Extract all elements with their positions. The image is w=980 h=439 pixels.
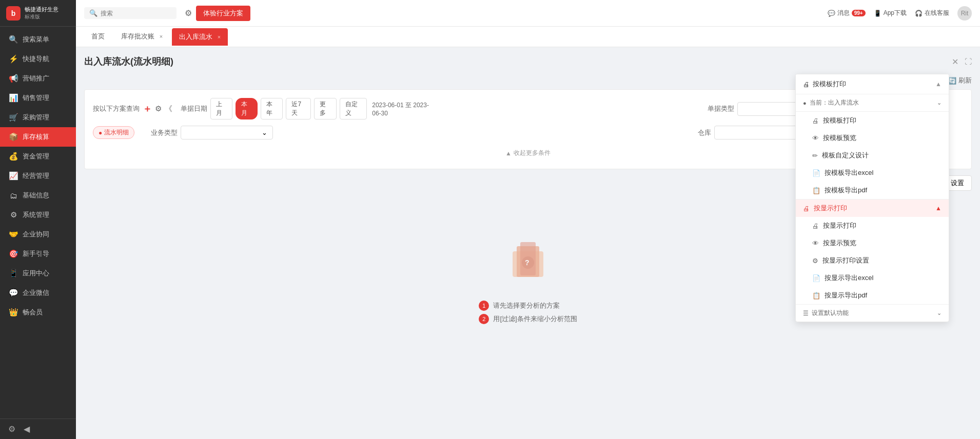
date-option-prev-month[interactable]: 上月 [210,98,232,119]
date-filter: 单据日期 上月 本月 本年 近7天 更多 自定义 2023-06-01 至 20… [181,98,436,119]
app-download-label: App下载 [884,9,907,17]
nav-label-operations: 经营管理 [23,171,49,181]
empty-step-2: 2 用[过滤]条件来缩小分析范围 [479,314,577,324]
date-option-this-month[interactable]: 本月 [236,98,258,119]
dropdown-template-pdf[interactable]: 📋 按模板导出pdf [796,182,949,199]
sidebar-item-search[interactable]: 🔍搜索菜单 [0,30,76,49]
sidebar-item-shortcut[interactable]: ⚡快捷导航 [0,49,76,69]
nav-icon-search: 🔍 [8,35,18,44]
empty-step-1-label: 请先选择要分析的方案 [493,301,560,310]
sidebar-item-operations[interactable]: 📈经营管理 [0,166,76,186]
sidebar-item-newbie[interactable]: 🎯新手引导 [0,244,76,264]
dropdown-display-excel[interactable]: 📄 按显示导出excel [796,269,949,287]
page-expand-icon[interactable]: ⛶ [965,57,972,66]
business-type-label: 业务类型 [151,128,178,137]
svg-text:?: ? [525,258,530,267]
notification-btn[interactable]: 💬 消息 99+ [828,9,866,17]
display-pdf-label: 按显示导出pdf [825,291,867,300]
tab-batch[interactable]: 库存批次账 × [114,28,170,46]
collapse-sidebar-icon[interactable]: ◀ [24,424,30,434]
app-download-btn[interactable]: 📱 App下载 [874,9,907,17]
dropdown-template-excel[interactable]: 📄 按模板导出excel [796,164,949,182]
filter-add-btn[interactable]: ＋ [143,103,152,115]
filter-collapse-icon[interactable]: 《 [165,104,172,114]
refresh-btn[interactable]: 🔄 刷新 [948,76,972,85]
sidebar-item-appstore[interactable]: 📱应用中心 [0,264,76,283]
tab-flow[interactable]: 出入库流水 × [172,28,228,46]
business-type-row: 业务类型 ⌄ [151,126,416,139]
nav-icon-newbie: 🎯 [8,249,18,258]
tab-batch-close[interactable]: × [160,33,163,39]
dropdown-display-preview[interactable]: 👁 按显示预览 [796,234,949,252]
nav-label-finance: 资金管理 [23,152,49,161]
dropdown-display-pdf[interactable]: 📋 按显示导出pdf [796,287,949,304]
nav-icon-purchase: 🛒 [8,113,18,122]
collapse-label: 收起更多条件 [514,149,551,157]
date-option-more[interactable]: 更多 [314,98,336,119]
dropdown-set-default[interactable]: ☰ 设置默认功能 ⌄ [796,305,949,322]
sidebar-item-vip[interactable]: 👑畅会员 [0,303,76,322]
page-close-icon[interactable]: ✕ [952,57,958,67]
dropdown-display-print[interactable]: 🖨 按显示打印 [796,217,949,234]
template-pdf-label: 按模板导出pdf [825,186,867,195]
nav-icon-enterprise: 🤝 [8,230,18,239]
current-chevron: ⌄ [937,99,942,106]
notification-badge: 99+ [852,10,866,16]
dropdown-display-print-settings[interactable]: ⚙ 按显示打印设置 [796,252,949,269]
sidebar-item-inventory[interactable]: 📦库存核算 [0,127,76,147]
tab-home-label: 首页 [91,32,105,40]
nav-label-system: 系统管理 [23,210,49,220]
sidebar-item-finance[interactable]: 💰资金管理 [0,147,76,166]
gear-icon[interactable]: ⚙ [185,8,192,18]
display-print-label: 按显示打印 [823,221,856,230]
topbar-search[interactable]: 🔍 [84,7,177,19]
industry-btn[interactable]: 体验行业方案 [196,6,250,21]
nav-icon-vip: 👑 [8,308,18,317]
business-type-select[interactable]: ⌄ [181,126,273,139]
date-label: 单据日期 [181,104,207,113]
online-service-btn[interactable]: 🎧 在线客服 [915,9,949,17]
sidebar-item-purchase[interactable]: 🛒采购管理 [0,108,76,127]
dropdown-template-preview[interactable]: 👁 按模板预览 [796,129,949,147]
display-section-icon: 🖨 [803,205,810,212]
display-excel-label: 按显示导出excel [825,273,873,283]
online-service-label: 在线客服 [925,9,949,17]
avatar[interactable]: Rit [957,6,972,21]
date-option-this-year[interactable]: 本年 [261,98,283,119]
date-option-custom[interactable]: 自定义 [340,98,367,119]
template-excel-label: 按模板导出excel [825,168,873,177]
sidebar-item-enterprise[interactable]: 🤝企业协同 [0,225,76,244]
logo-sub: 标准版 [25,13,58,21]
sidebar-item-sales[interactable]: 📊销售管理 [0,88,76,108]
nav-icon-operations: 📈 [8,171,18,181]
filter-tag-flow[interactable]: ● 流水明细 [93,126,134,139]
search-input[interactable] [101,10,162,17]
filter-actions: 按以下方案查询 ＋ ⚙ 《 [93,103,172,115]
sidebar-item-system[interactable]: ⚙系统管理 [0,205,76,225]
display-excel-icon: 📄 [812,274,820,282]
template-custom-icon: ✏ [812,152,818,159]
date-option-7days[interactable]: 近7天 [286,98,311,119]
page-header: 出入库流水(流水明细) ✕ ⛶ [84,55,972,68]
display-section-label: 按显示打印 [814,204,847,213]
set-default-icon: ☰ [803,310,809,317]
page-title: 出入库流水(流水明细) [84,55,173,68]
sidebar-nav: 🔍搜索菜单⚡快捷导航📢营销推广📊销售管理🛒采购管理📦库存核算💰资金管理📈经营管理… [0,27,76,418]
nav-label-marketing: 营销推广 [23,74,49,83]
refresh-label: 刷新 [958,76,972,85]
display-preview-icon: 👁 [812,240,819,247]
search-icon: 🔍 [89,9,97,17]
tab-home[interactable]: 首页 [84,28,112,46]
tab-flow-close[interactable]: × [218,34,221,40]
dropdown-template-custom[interactable]: ✏ 模板自定义设计 [796,147,949,164]
nav-icon-basic: 🗂 [8,191,18,200]
sidebar-item-basic[interactable]: 🗂基础信息 [0,186,76,205]
dropdown-template-print[interactable]: 🖨 按模板打印 [796,112,949,129]
page-top-right: ✕ ⛶ [952,57,972,67]
sidebar-item-marketing[interactable]: 📢营销推广 [0,69,76,88]
settings-bottom-icon[interactable]: ⚙ [8,424,15,434]
display-preview-label: 按显示预览 [823,238,856,248]
filter-settings-icon[interactable]: ⚙ [155,104,162,113]
sidebar-item-wechat[interactable]: 💬企业微信 [0,283,76,303]
dropdown-display-section-header[interactable]: 🖨 按显示打印 ▲ [796,199,949,217]
